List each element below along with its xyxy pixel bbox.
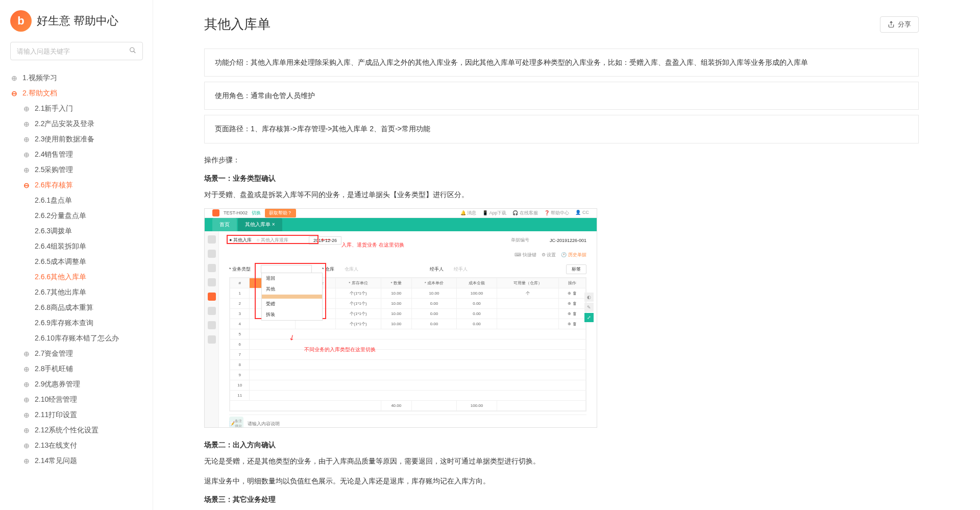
ss-top-app: 📱 App下载 [482, 210, 506, 216]
search-icon[interactable] [129, 47, 136, 56]
path-box: 页面路径：1、库存核算->库存管理->其他入库单 2、首页->常用功能 [204, 115, 919, 143]
nav-2-2[interactable]: ⊕2.2产品安装及登录 [10, 116, 153, 132]
ss-dropdown: 退回 其他 受赠 拆装 [261, 273, 323, 321]
nav-2-9[interactable]: ⊕2.9优惠券管理 [10, 377, 153, 392]
plus-icon: ⊕ [22, 411, 31, 419]
ss-th: # [230, 278, 250, 288]
nav-video[interactable]: ⊕1.视频学习 [10, 70, 153, 86]
ss-annotation-2: 不同业务的入库类型在这里切换 [304, 346, 376, 353]
ss-tool-icon: ⤢ [584, 313, 594, 322]
nav-2-13[interactable]: ⊕2.13在线支付 [10, 438, 153, 453]
ss-row: 6 [230, 339, 586, 349]
ss-help-btn: 获取帮助？ [265, 209, 296, 217]
plus-icon: ⊕ [10, 74, 18, 82]
ss-th: * 成本单价 [411, 278, 456, 288]
nav-2-6-1[interactable]: 2.6.1盘点单 [10, 193, 153, 208]
nav-tree: ⊕1.视频学习 ⊖2.帮助文档 ⊕2.1新手入门 ⊕2.2产品安装及登录 ⊕2.… [10, 70, 153, 469]
ss-top-support: 🎧 在线客服 [512, 210, 538, 216]
brand: b 好生意 帮助中心 [10, 10, 153, 32]
ss-radio-return: ○ 其他入库退库 [257, 237, 288, 244]
nav-2-6-4[interactable]: 2.6.4组装拆卸单 [10, 239, 153, 254]
ss-sb-icon [208, 278, 216, 286]
nav-2-6-7[interactable]: 2.6.7其他出库单 [10, 285, 153, 300]
minus-icon: ⊖ [10, 89, 18, 98]
ss-row: 8 [230, 359, 586, 370]
nav-2-6-9[interactable]: 2.6.9库存账本查询 [10, 315, 153, 331]
ss-wh-label: * 仓库 [322, 266, 334, 273]
ss-tabs: 首页 其他入库单 × [205, 218, 597, 231]
brand-title: 好生意 帮助中心 [37, 13, 118, 29]
nav-2-6-10[interactable]: 2.6.10库存账本错了怎么办 [10, 331, 153, 346]
ss-opt: 退回 [262, 273, 322, 284]
page-title: 其他入库单 [204, 15, 271, 33]
ss-arrow-icon: ⟵ [321, 235, 331, 244]
ss-opt: 受赠 [262, 299, 322, 309]
ss-bill-no: JC-20191226-001 [550, 238, 586, 243]
nav-2-6-2[interactable]: 2.6.2分量盘点单 [10, 208, 153, 224]
plus-icon: ⊕ [22, 442, 31, 450]
ss-wh-val: 仓库人 [345, 266, 358, 273]
ss-handler-val: 经手人 [454, 266, 468, 273]
ss-account: TEST-H002 [224, 210, 248, 215]
nav-2-6-8[interactable]: 2.6.8商品成本重算 [10, 300, 153, 315]
ss-logo-icon [212, 209, 219, 216]
ss-sb-icon [208, 321, 216, 329]
ss-biztype-label: * 业务类型 [229, 266, 251, 273]
share-icon [888, 21, 895, 28]
plus-icon: ⊕ [22, 166, 31, 174]
ss-remark-icon: 📝备注信息 [229, 417, 243, 428]
ss-sb-icon [208, 293, 216, 301]
nav-2-7[interactable]: ⊕2.7资金管理 [10, 346, 153, 361]
nav-docs[interactable]: ⊖2.帮助文档 [10, 86, 153, 101]
search-box [10, 42, 143, 60]
scene2-p1: 无论是受赠，还是其他类型的业务，由于入库商品质量等原因，需要退回，这时可通过单据… [204, 455, 919, 468]
nav-2-4[interactable]: ⊕2.4销售管理 [10, 147, 153, 162]
ss-opt: 拆装 [262, 309, 322, 320]
ss-sb-icon [208, 235, 216, 244]
ss-remark: 📝备注信息 [229, 415, 586, 428]
nav-2-8[interactable]: ⊕2.8手机旺铺 [10, 361, 153, 377]
ss-remark-input [248, 421, 586, 426]
ss-th: 操作 [558, 278, 585, 288]
nav-2-1[interactable]: ⊕2.1新手入门 [10, 101, 153, 116]
ss-handler-label: 经手人 [430, 266, 444, 273]
nav-2-3[interactable]: ⊕2.3使用前数据准备 [10, 132, 153, 147]
scene2-title: 场景二：出入方向确认 [204, 441, 919, 450]
ss-toolbar-settings: ⚙ 设置 [542, 252, 556, 258]
ss-tool-icon: ✎ [584, 303, 594, 312]
plus-icon: ⊕ [22, 350, 31, 358]
ss-toolbar-shortcut: ⌨ 快捷键 [514, 252, 536, 258]
nav-2-12[interactable]: ⊕2.12系统个性化设置 [10, 423, 153, 438]
nav-2-10[interactable]: ⊕2.10经营管理 [10, 392, 153, 407]
ss-tag-btn: 标签 [566, 264, 586, 274]
nav-2-6-5[interactable]: 2.6.5成本调整单 [10, 254, 153, 270]
path-label: 页面路径： [215, 125, 251, 133]
ss-sb-icon [208, 307, 216, 315]
intro-label: 功能介绍： [215, 58, 251, 66]
ss-switch: 切换 [252, 210, 261, 216]
ss-avatar: 👤 CC [575, 210, 589, 216]
nav-2-14[interactable]: ⊕2.14常见问题 [10, 453, 153, 469]
plus-icon: ⊕ [22, 380, 31, 388]
steps-title: 操作步骤： [204, 154, 919, 166]
plus-icon: ⊕ [22, 135, 31, 143]
nav-2-6-3[interactable]: 2.6.3调拨单 [10, 224, 153, 239]
ss-opt [262, 295, 322, 299]
search-input[interactable] [11, 42, 142, 60]
share-button[interactable]: 分享 [880, 16, 919, 33]
ss-row: 5 [230, 329, 586, 339]
nav-2-5[interactable]: ⊕2.5采购管理 [10, 162, 153, 178]
nav-2-11[interactable]: ⊕2.11打印设置 [10, 407, 153, 423]
intro-box: 功能介绍：其他入库单用来处理除采购入库、产成品入库之外的其他入库业务，因此其他入… [204, 48, 919, 77]
ss-row: 11 [230, 390, 586, 400]
role-text: 通常由仓管人员维护 [251, 91, 315, 100]
ss-sum-row: 40.00100.00 [230, 400, 586, 410]
plus-icon: ⊕ [22, 120, 31, 128]
ss-th: * 数量 [381, 278, 411, 288]
nav-2-6[interactable]: ⊖2.6库存核算 [10, 178, 153, 193]
ss-th: * 库存单位 [336, 278, 381, 288]
path-text: 1、库存核算->库存管理->其他入库单 2、首页->常用功能 [251, 125, 430, 133]
ss-top-help: ❓ 帮助中心 [544, 210, 570, 216]
nav-2-6-6[interactable]: 2.6.6其他入库单 [10, 270, 153, 285]
ss-annotation-1: 入库、退货业务 在这里切换 [341, 241, 404, 249]
